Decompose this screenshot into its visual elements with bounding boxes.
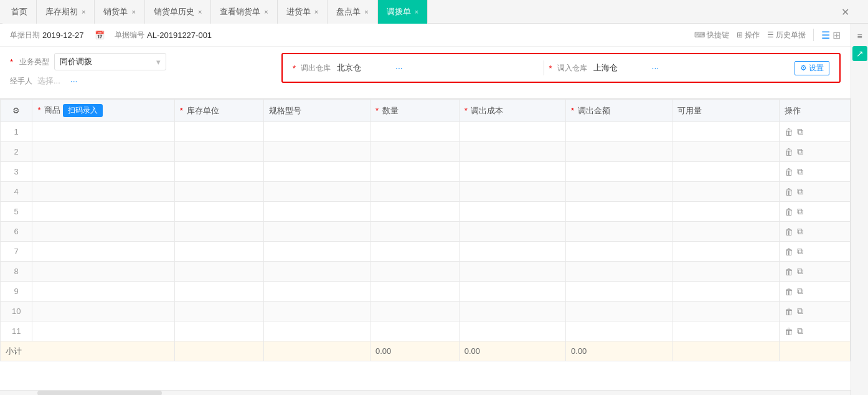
close-main-button[interactable]: ✕ — [841, 6, 849, 18]
goods-cell[interactable] — [32, 282, 174, 302]
goods-cell[interactable] — [32, 202, 174, 222]
tab-purchase[interactable]: 进货单 × — [278, 0, 328, 24]
delete-icon[interactable]: 🗑 — [785, 247, 793, 257]
gear-header[interactable]: ⚙ — [1, 100, 32, 122]
qty-cell[interactable] — [370, 321, 459, 341]
tab-close-sales-history[interactable]: × — [198, 8, 202, 16]
goods-cell[interactable] — [32, 182, 174, 202]
qty-cell[interactable] — [370, 222, 459, 242]
copy-icon[interactable]: ⧉ — [797, 326, 803, 336]
tab-sales-history[interactable]: 销货单历史 × — [145, 0, 211, 24]
tab-close-inventory-init[interactable]: × — [82, 8, 85, 16]
goods-cell[interactable] — [32, 222, 174, 242]
source-warehouse-value[interactable]: 北京仓 — [337, 62, 387, 74]
delete-icon[interactable]: 🗑 — [785, 147, 793, 157]
goods-cell[interactable] — [32, 242, 174, 262]
table-row: 7 🗑 ⧉ — [1, 242, 851, 262]
goods-cell[interactable] — [32, 142, 174, 162]
delete-icon[interactable]: 🗑 — [785, 207, 793, 217]
action-cell: 🗑 ⧉ — [779, 262, 850, 282]
sidebar-list-icon[interactable]: ≡ — [852, 29, 867, 44]
goods-cell[interactable] — [32, 262, 174, 282]
handler-more-icon[interactable]: ··· — [70, 76, 78, 86]
delete-icon[interactable]: 🗑 — [785, 167, 793, 177]
toolbar: 单据日期 2019-12-27 📅 单据编号 AL-20191227-001 ⌨… — [0, 24, 851, 47]
row-num-cell: 3 — [1, 162, 32, 182]
qty-cell[interactable] — [370, 302, 459, 321]
copy-icon[interactable]: ⧉ — [797, 126, 803, 137]
available-cell — [672, 222, 779, 242]
tab-view-sales[interactable]: 查看销货单 × — [211, 0, 277, 24]
copy-icon[interactable]: ⧉ — [797, 306, 803, 316]
qty-cell[interactable] — [370, 162, 459, 182]
transfer-table: ⚙ 商品 扫码录入 库存单位 规格型号 数量 — [0, 99, 851, 361]
delete-icon[interactable]: 🗑 — [785, 227, 793, 237]
calendar-icon[interactable]: 📅 — [95, 31, 105, 40]
delete-icon[interactable]: 🗑 — [785, 326, 793, 336]
tab-transfer[interactable]: 调拨单 × — [378, 0, 428, 24]
scrollbar-thumb[interactable] — [37, 391, 162, 395]
table-row: 4 🗑 ⧉ — [1, 182, 851, 202]
delete-icon[interactable]: 🗑 — [785, 127, 793, 137]
scrollbar-area[interactable] — [0, 390, 851, 395]
row-num-cell: 9 — [1, 282, 32, 302]
qty-cell[interactable] — [370, 142, 459, 162]
biz-type-select[interactable]: 同价调拨 ▾ — [54, 53, 166, 70]
delete-icon[interactable]: 🗑 — [785, 267, 793, 277]
copy-icon[interactable]: ⧉ — [797, 246, 803, 257]
tab-home[interactable]: 首页 — [2, 0, 37, 24]
tab-sales-order[interactable]: 销货单 × — [95, 0, 144, 24]
source-more-icon[interactable]: ··· — [395, 63, 403, 73]
table-row: 3 🗑 ⧉ — [1, 162, 851, 182]
copy-icon[interactable]: ⧉ — [797, 166, 803, 177]
dest-warehouse-value[interactable]: 上海仓 — [593, 62, 643, 74]
subtotal-available-cell — [672, 341, 779, 361]
copy-icon[interactable]: ⧉ — [797, 146, 803, 157]
tab-close-view-sales[interactable]: × — [264, 8, 268, 16]
goods-cell[interactable] — [32, 122, 174, 142]
copy-icon[interactable]: ⧉ — [797, 266, 803, 277]
sidebar-external-icon[interactable]: ↗ — [852, 46, 867, 61]
delete-icon[interactable]: 🗑 — [785, 187, 793, 197]
dest-more-icon[interactable]: ··· — [652, 63, 659, 73]
tab-close-purchase[interactable]: × — [314, 8, 318, 16]
available-cell — [672, 242, 779, 262]
goods-cell[interactable] — [32, 321, 174, 341]
qty-cell[interactable] — [370, 202, 459, 222]
unit-cell — [174, 202, 263, 222]
qty-cell[interactable] — [370, 122, 459, 142]
delete-icon[interactable]: 🗑 — [785, 307, 793, 316]
handler-input[interactable]: 选择... — [37, 75, 60, 87]
shortcut-btn[interactable]: ⌨ 快捷键 — [694, 30, 729, 40]
tab-close-transfer[interactable]: × — [415, 8, 418, 16]
qty-cell[interactable] — [370, 282, 459, 302]
copy-icon[interactable]: ⧉ — [797, 206, 803, 217]
qty-cell[interactable] — [370, 262, 459, 282]
copy-icon[interactable]: ⧉ — [797, 186, 803, 197]
goods-cell[interactable] — [32, 302, 174, 321]
tab-close-stocktake[interactable]: × — [364, 8, 368, 16]
subtotal-action-cell — [779, 341, 850, 361]
goods-cell[interactable] — [32, 162, 174, 182]
copy-icon[interactable]: ⧉ — [797, 226, 803, 237]
delete-icon[interactable]: 🗑 — [785, 287, 793, 297]
handler-label: 经手人 — [10, 76, 32, 87]
scan-button[interactable]: 扫码录入 — [63, 104, 103, 117]
layout-icon-2[interactable]: ⊞ — [833, 29, 841, 41]
tab-inventory-init[interactable]: 库存期初 × — [37, 0, 95, 24]
operation-btn[interactable]: ⊞ 操作 — [737, 30, 760, 40]
gear-header-icon[interactable]: ⚙ — [12, 106, 20, 115]
tab-stocktake[interactable]: 盘点单 × — [328, 0, 377, 24]
row-num-cell: 2 — [1, 142, 32, 162]
layout-icon-1[interactable]: ☰ — [821, 29, 830, 41]
date-value[interactable]: 2019-12-27 — [42, 31, 92, 40]
available-cell — [672, 262, 779, 282]
copy-icon[interactable]: ⧉ — [797, 286, 803, 297]
settings-button[interactable]: ⚙ 设置 — [795, 61, 829, 75]
qty-cell[interactable] — [370, 182, 459, 202]
amount-cell — [566, 282, 672, 302]
history-btn[interactable]: ☰ 历史单据 — [767, 30, 806, 40]
qty-cell[interactable] — [370, 242, 459, 262]
tab-close-sales-order[interactable]: × — [131, 8, 135, 16]
table-row: 11 🗑 ⧉ — [1, 321, 851, 341]
